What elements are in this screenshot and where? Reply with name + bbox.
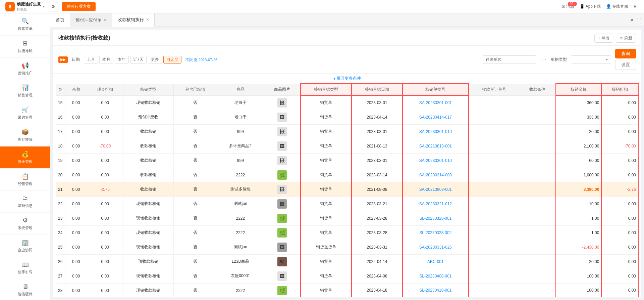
th-verify-doc-type: 核销单据类型: [301, 84, 352, 95]
cell-receipt-order-no: [469, 139, 519, 153]
cell-include-settled: 否: [173, 283, 217, 297]
date-hint: 不限 至 2023-07-26: [185, 57, 217, 62]
sidebar-item-label: 经营管理: [18, 181, 33, 186]
counterpart-input[interactable]: [483, 55, 536, 63]
sidebar-item-base[interactable]: 🗂 基础信息: [0, 191, 50, 213]
cell-verify-doc-no[interactable]: SA-20210813-001: [402, 139, 469, 153]
sidebar-item-market[interactable]: 📢 营销推广: [0, 58, 50, 80]
setting-button[interactable]: 设置: [615, 60, 636, 70]
sidebar-item-stock[interactable]: 📦 库存核算: [0, 124, 50, 146]
export-button[interactable]: ↑ 导出: [594, 34, 613, 43]
cell-verify-discount: 0.00: [601, 168, 638, 182]
date-custom-btn[interactable]: 自定义: [163, 56, 181, 63]
cell-verify-doc-no[interactable]: SA-20230331-026: [402, 240, 469, 254]
cell-verify-doc-type: 销货单: [301, 139, 352, 153]
sidebar: 🔍 搜索菜单 ⊞ 快捷导航 📢 营销推广 📊 销售管理 🛒 采购管理 📦 库存核…: [0, 13, 50, 300]
industry-button[interactable]: 体验行业方案: [62, 2, 96, 11]
cell-verify-doc-no[interactable]: SA-20230301-001: [402, 95, 469, 110]
cell-product-img: 🏗: [264, 254, 301, 269]
cell-verify-doc-type: 销货单: [301, 168, 352, 182]
tab-close-button[interactable]: ✕: [630, 17, 634, 23]
cell-product: 2222: [217, 225, 264, 240]
cell-verify-doc-no[interactable]: SA-20230314-008: [402, 168, 469, 182]
user-area[interactable]: Rit: [634, 4, 639, 9]
sidebar-item-manage[interactable]: 📋 经营管理: [0, 169, 50, 191]
sidebar-item-corp[interactable]: 🏢 企业协同: [0, 235, 50, 257]
refresh-button[interactable]: ↺ 刷新: [616, 34, 636, 43]
cell-verify-amount: 20.00: [556, 254, 602, 269]
message-area[interactable]: ✉ 消息 99+: [561, 4, 574, 9]
sidebar-item-label: 基础信息: [18, 203, 33, 208]
settings-icon[interactable]: ⚙: [58, 87, 62, 92]
expand-button[interactable]: ▾ 展开更多条件: [333, 76, 361, 81]
sidebar-item-search[interactable]: 🔍 搜索菜单: [0, 13, 50, 36]
doc-type-select[interactable]: [571, 55, 611, 63]
sidebar-item-system[interactable]: ⚙ 系统管理: [0, 213, 50, 235]
filter-right-btns: 查询 设置: [615, 49, 636, 70]
online-service[interactable]: 👤 在线客服: [606, 4, 628, 9]
filter-toggle-button[interactable]: ▶▶: [58, 56, 68, 63]
cell-verify-doc-no[interactable]: SA-20230301-010: [402, 153, 469, 168]
cell-balance: 0.00: [65, 139, 87, 153]
cell-verify-doc-no[interactable]: SL-20230418-001: [402, 283, 469, 297]
cell-verify-doc-date: 2021-08-13: [352, 139, 402, 153]
page-content: 收款核销执行(按收款) ↑ 导出 ↺ 刷新 ▶▶: [53, 30, 641, 297]
cell-verify-type: 预付冲应收: [123, 110, 173, 124]
cell-verify-type: 收款核销: [123, 182, 173, 197]
cell-verify-discount: -2.76: [601, 182, 638, 197]
sidebar-item-guide[interactable]: 📖 新手引导: [0, 257, 50, 279]
cell-receipt-condition: [519, 182, 556, 197]
cell-verify-doc-no[interactable]: SA-20230301-010: [402, 124, 469, 139]
cell-verify-amount: 100.00: [556, 269, 602, 283]
tab-home[interactable]: 首页: [50, 13, 70, 27]
cell-verify-doc-no[interactable]: SA-20230321-012: [402, 197, 469, 211]
cell-verify-discount: 0.00: [601, 95, 638, 110]
date-7days-btn[interactable]: 近7天: [130, 56, 147, 63]
cell-verify-doc-no[interactable]: SL-20230408-001: [402, 269, 469, 283]
cell-product-img: 🖼: [264, 182, 301, 197]
sidebar-item-sales[interactable]: 📊 销售管理: [0, 80, 50, 102]
sidebar-item-purchase[interactable]: 🛒 采购管理: [0, 102, 50, 124]
cell-verify-doc-no[interactable]: SA-20210808-001: [402, 182, 469, 197]
cell-verify-amount: 1.00: [556, 225, 602, 240]
cell-verify-doc-no[interactable]: SA-20230414-017: [402, 110, 469, 124]
cell-verify-doc-no[interactable]: SL-20230328-002: [402, 225, 469, 240]
cell-product-img: 🖼: [264, 110, 301, 124]
tab-prepay[interactable]: 预付冲应付单 ✕: [70, 13, 112, 27]
cell-verify-doc-no[interactable]: SL-20230328-001: [402, 211, 469, 225]
cell-verify-discount: 0.00: [601, 211, 638, 225]
cell-receipt-condition: [519, 95, 556, 110]
cell-receipt-condition: [519, 124, 556, 139]
sidebar-item-label: 智能硬件: [18, 292, 33, 297]
date-more-btn[interactable]: 更多: [148, 56, 162, 63]
system-icon: ⚙: [22, 217, 28, 224]
sidebar-item-finance[interactable]: 💰 资金管理: [0, 146, 50, 169]
cell-verify-discount: 0.00: [601, 240, 638, 254]
tab-verify[interactable]: 收款核销执行 ✕: [112, 13, 155, 27]
gear-button[interactable]: ⚙: [49, 2, 58, 11]
cell-include-settled: 否: [173, 168, 217, 182]
tab-verify-close[interactable]: ✕: [146, 17, 149, 22]
query-button[interactable]: 查询: [615, 49, 636, 58]
content-area: 首页 预付冲应付单 ✕ 收款核销执行 ✕ ✕ ⛶ 收款核销执行(按收款): [50, 13, 644, 300]
th-settings[interactable]: ⚙: [56, 84, 65, 95]
cell-include-settled: 否: [173, 225, 217, 240]
tab-prepay-close[interactable]: ✕: [104, 18, 107, 22]
sidebar-item-nav[interactable]: ⊞ 快捷导航: [0, 36, 50, 58]
table-row: 180.00-70.00收款核销否多计量商品2🖼销货单2021-08-13SA-…: [56, 139, 638, 153]
cell-product-img: 🖼: [264, 124, 301, 139]
cell-include-settled: 否: [173, 211, 217, 225]
date-this-year-btn[interactable]: 本年: [115, 56, 129, 63]
sidebar-item-smart[interactable]: 🖥 智能硬件: [0, 279, 50, 300]
brand-name: 畅捷通好生意: [17, 1, 41, 7]
date-last-month-btn[interactable]: 上月: [84, 56, 98, 63]
cell-cash-discount: 0.00: [87, 153, 123, 168]
stock-icon: 📦: [21, 128, 29, 136]
th-verify-doc-no: 核销单据号: [402, 84, 469, 95]
brand-dropdown-arrow[interactable]: ▾: [43, 5, 45, 8]
app-download[interactable]: 📱 App下载: [580, 4, 601, 9]
date-this-month-btn[interactable]: 本月: [99, 56, 113, 63]
tab-expand-button[interactable]: ⛶: [637, 17, 641, 23]
cell-verify-doc-no[interactable]: ABC-001: [402, 254, 469, 269]
cell-cash-discount: 0.00: [87, 283, 123, 297]
